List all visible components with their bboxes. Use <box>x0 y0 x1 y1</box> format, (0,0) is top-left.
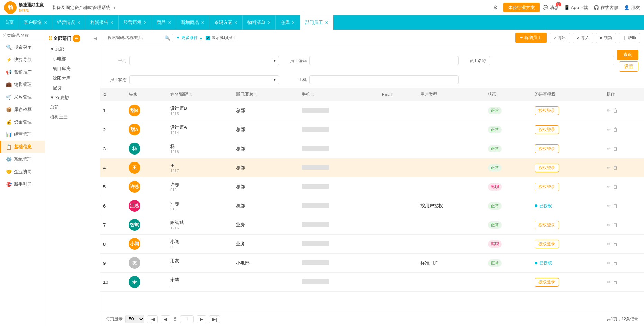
sidebar-item-库存核算[interactable]: 📦库存核算 <box>0 103 45 116</box>
sidebar-search-input[interactable] <box>3 33 45 38</box>
sort-icon[interactable]: ⇅ <box>255 92 258 96</box>
add-employee-button[interactable]: + 新增员工 <box>515 33 547 43</box>
export-button[interactable]: ↗ 导出 <box>550 33 570 43</box>
nav-tab-客户联络[interactable]: 客户联络✕ <box>19 15 52 30</box>
row-auth[interactable]: 授权登录 <box>532 177 604 196</box>
auth-button[interactable]: 授权登录 <box>535 240 559 248</box>
nav-tab-经营情况[interactable]: 经营情况✕ <box>52 15 85 30</box>
nav-tab-条码方案[interactable]: 条码方案✕ <box>209 15 243 30</box>
edit-icon[interactable]: ✏ <box>607 127 611 132</box>
emp-status-select[interactable]: ▾ <box>129 75 279 84</box>
sidebar-item-资金管理[interactable]: 💰资金管理 <box>0 116 45 128</box>
emp-code-input[interactable] <box>309 56 459 65</box>
dept-node-总部[interactable]: ▼ 总部 <box>45 44 100 54</box>
tab-close-icon[interactable]: ✕ <box>201 20 204 25</box>
delete-icon[interactable]: 🗑 <box>613 203 618 209</box>
delete-icon[interactable]: 🗑 <box>613 127 618 132</box>
dept-node-配货[interactable]: 配货 <box>45 83 100 93</box>
sidebar-item-快捷导航[interactable]: ⚡快捷导航 <box>0 53 45 66</box>
auth-button[interactable]: 授权登录 <box>535 125 559 134</box>
sort-icon[interactable]: ⇅ <box>189 92 192 96</box>
delete-icon[interactable]: 🗑 <box>613 279 618 285</box>
col-header-name[interactable]: 姓名/编码 ⇅ <box>167 88 233 101</box>
tab-close-icon[interactable]: ✕ <box>292 20 295 25</box>
per-page-select[interactable]: 50 100 200 <box>125 315 144 323</box>
edit-icon[interactable]: ✏ <box>607 146 611 151</box>
tab-close-icon[interactable]: ✕ <box>44 20 47 25</box>
row-auth[interactable]: 授权登录 <box>532 139 604 158</box>
emp-name-input[interactable] <box>489 56 614 65</box>
edit-icon[interactable]: ✏ <box>607 222 611 228</box>
first-page-button[interactable]: |◀ <box>147 315 158 323</box>
nav-tab-首页[interactable]: 首页 <box>0 15 19 30</box>
last-page-button[interactable]: ▶| <box>209 315 220 323</box>
auth-button[interactable]: 授权登录 <box>535 106 559 115</box>
next-page-button[interactable]: ▶ <box>197 315 206 323</box>
sort-icon[interactable]: ⇅ <box>311 92 314 96</box>
auth-button[interactable]: 授权登录 <box>535 221 559 229</box>
col-header-dept[interactable]: 部门/职位 ⇅ <box>233 88 299 101</box>
sidebar-item-采购管理[interactable]: 🛒采购管理 <box>0 91 45 103</box>
col-header-phone[interactable]: 手机 ⇅ <box>299 88 379 101</box>
trial-button[interactable]: 体验行业方案 <box>503 3 540 12</box>
edit-icon[interactable]: ✏ <box>607 279 611 285</box>
auth-button[interactable]: 授权登录 <box>535 278 559 287</box>
set-button[interactable]: 设置 <box>619 61 638 72</box>
nav-tab-经营历程[interactable]: 经营历程✕ <box>119 15 152 30</box>
edit-icon[interactable]: ✏ <box>607 203 611 209</box>
search-input[interactable] <box>108 35 163 40</box>
app-download-button[interactable]: 📱 App下载 <box>564 5 588 11</box>
settings-gear-icon[interactable]: ⚙ <box>491 3 500 12</box>
delete-icon[interactable]: 🗑 <box>613 146 618 151</box>
nav-tab-仓库[interactable]: 仓库✕ <box>276 15 300 30</box>
sidebar-item-新手引导[interactable]: 🎯新手引导 <box>0 178 45 191</box>
edit-icon[interactable]: ✏ <box>607 260 611 266</box>
online-support-button[interactable]: 🎧 在线客服 <box>593 5 618 11</box>
tab-close-icon[interactable]: ✕ <box>144 20 147 25</box>
nav-tab-商品[interactable]: 商品✕ <box>152 15 176 30</box>
tab-close-icon[interactable]: ✕ <box>267 20 271 25</box>
sidebar-item-基础信息[interactable]: 📋基础信息 <box>0 141 45 153</box>
delete-icon[interactable]: 🗑 <box>613 260 618 266</box>
row-auth[interactable]: 授权登录 <box>532 273 604 292</box>
help-button[interactable]: ｜ 帮助 <box>619 33 640 43</box>
phone-input[interactable] <box>309 75 459 84</box>
nav-tab-部门员工[interactable]: 部门员工✕ <box>300 15 333 30</box>
tab-close-icon[interactable]: ✕ <box>110 20 114 25</box>
delete-icon[interactable]: 🗑 <box>613 108 618 113</box>
row-auth[interactable]: 授权登录 <box>532 215 604 235</box>
row-auth[interactable]: 授权登录 <box>532 120 604 139</box>
edit-icon[interactable]: ✏ <box>607 165 611 170</box>
dept-edit-button[interactable]: ✏ <box>73 35 80 42</box>
sidebar-item-经营管理[interactable]: 📊经营管理 <box>0 128 45 141</box>
search-submit-icon[interactable]: 🔍 <box>164 35 170 41</box>
more-filters-button[interactable]: ▼ 更多条件 ▲ <box>176 35 203 41</box>
dimission-checkbox-input[interactable] <box>206 36 210 40</box>
search-button[interactable]: 查询 <box>617 50 638 60</box>
sidebar-item-销售管理[interactable]: 💼销售管理 <box>0 78 45 91</box>
sidebar-item-搜索菜单[interactable]: 🔍搜索菜单 <box>0 41 45 53</box>
tab-close-icon[interactable]: ✕ <box>77 20 80 25</box>
delete-icon[interactable]: 🗑 <box>613 165 618 170</box>
tab-close-icon[interactable]: ✕ <box>168 20 171 25</box>
sidebar-item-企业协同[interactable]: 🤝企业协同 <box>0 166 45 178</box>
prev-page-button[interactable]: ◀ <box>161 315 170 323</box>
row-auth[interactable]: 授权登录 <box>532 101 604 120</box>
import-button[interactable]: ↙ 导入 <box>573 33 593 43</box>
dept-node-双鹿想[interactable]: ▼ 双鹿想 <box>45 93 100 103</box>
video-button[interactable]: ▶ 视频 <box>596 33 616 43</box>
edit-icon[interactable]: ✏ <box>607 184 611 190</box>
page-number-input[interactable] <box>180 315 194 323</box>
tab-close-icon[interactable]: ✕ <box>234 20 237 25</box>
edit-icon[interactable]: ✏ <box>607 241 611 247</box>
delete-icon[interactable]: 🗑 <box>613 222 618 228</box>
tab-close-icon[interactable]: ✕ <box>325 20 328 25</box>
delete-icon[interactable]: 🗑 <box>613 241 618 247</box>
dept-node-沈阳大库[interactable]: 沈阳大库 <box>45 73 100 83</box>
nav-tab-利润报告[interactable]: 利润报告✕ <box>85 15 119 30</box>
nav-tab-物料清单[interactable]: 物料清单✕ <box>243 15 276 30</box>
user-profile-button[interactable]: 👤 用友 <box>624 5 640 11</box>
dept-node-项目库房[interactable]: 项目库房 <box>45 64 100 73</box>
nav-tab-新增商品[interactable]: 新增商品✕ <box>176 15 209 30</box>
delete-icon[interactable]: 🗑 <box>613 184 618 190</box>
